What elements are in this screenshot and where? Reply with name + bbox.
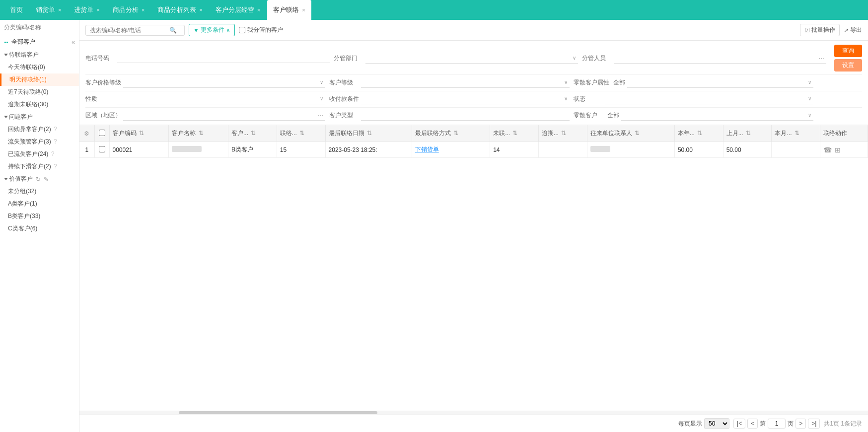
dept-select[interactable]: ∨ [365, 53, 578, 64]
sort-icon: ⇅ [251, 130, 256, 137]
close-icon[interactable]: × [302, 7, 305, 13]
search-input-wrap: 🔍 [85, 25, 185, 36]
batch-operation-button[interactable]: ☑ 批量操作 [800, 24, 840, 36]
sidebar-item-class-b[interactable]: B类客户(33) [0, 210, 79, 222]
customer-type-select[interactable] [361, 110, 569, 121]
th-customer-name[interactable]: 客户名称 ⇅ [169, 125, 228, 142]
nav-product-analysis[interactable]: 商品分析 × [107, 0, 150, 20]
next-page-button[interactable]: > [796, 419, 806, 429]
th-this-month[interactable]: 本月... ⇅ [772, 125, 820, 142]
nav-customer-contact[interactable]: 客户联络 × [267, 0, 311, 20]
th-checkbox [94, 125, 109, 142]
query-button[interactable]: 查询 [834, 45, 862, 57]
nav-home[interactable]: 首页 [4, 0, 29, 20]
th-last-month[interactable]: 上月... ⇅ [723, 125, 772, 142]
sidebar-item-ungrouped[interactable]: 未分组(32) [0, 185, 79, 198]
th-not-contacted[interactable]: 未联... ⇅ [490, 125, 539, 142]
sidebar-search-input[interactable] [4, 24, 78, 31]
page-input[interactable] [768, 419, 786, 429]
value-level-select[interactable]: ∨ [123, 77, 325, 88]
retail-customer-select[interactable]: ∨ [621, 110, 813, 121]
status-select[interactable]: ∨ [605, 93, 813, 104]
nav-purchase-order[interactable]: 进货单 × [68, 0, 105, 20]
sidebar-group-problem[interactable]: 问题客户 [0, 111, 79, 123]
th-action: 联络动作 [820, 125, 868, 142]
th-last-method[interactable]: 最后联络方式 ⇅ [412, 125, 490, 142]
close-icon[interactable]: × [257, 7, 260, 13]
nav-customer-tier[interactable]: 客户分层经营 × [210, 0, 266, 20]
sidebar-item-tomorrow[interactable]: 明天待联络(1) [0, 73, 79, 86]
sidebar-item-class-a[interactable]: A类客户(1) [0, 198, 79, 210]
sort-icon: ⇅ [697, 130, 702, 137]
sidebar-item-today[interactable]: 今天待联络(0) [0, 61, 79, 73]
scrollbar-thumb[interactable] [179, 411, 377, 414]
payment-select[interactable]: ∨ [361, 93, 569, 104]
last-page-button[interactable]: >| [808, 419, 820, 429]
sort-icon: ⇅ [139, 130, 144, 137]
td-last-method: 下销货单 [412, 142, 490, 158]
filter-icon: ▼ [193, 27, 199, 34]
more-filter-button[interactable]: ▼ 更多条件 ∧ [189, 24, 235, 36]
sidebar-item-declining[interactable]: 持续下滑客户(2) ? [0, 160, 79, 173]
prev-page-button[interactable]: < [747, 419, 758, 429]
sort-icon: ⇅ [299, 130, 304, 137]
export-button[interactable]: ↗ 导出 [844, 26, 862, 34]
sidebar-item-class-c[interactable]: C类客户(6) [0, 222, 79, 235]
customer-level-select[interactable]: ∨ [361, 77, 569, 88]
phone-input[interactable] [117, 54, 330, 63]
close-icon[interactable]: × [199, 7, 202, 13]
phone-action-icon[interactable]: ☎ [823, 146, 832, 154]
th-contact-count[interactable]: 联络... ⇅ [277, 125, 325, 142]
region-select[interactable]: ··· [123, 110, 325, 121]
td-checkbox[interactable] [94, 142, 109, 158]
nav-sales-order[interactable]: 销货单 × [30, 0, 67, 20]
sort-icon: ⇅ [512, 130, 517, 137]
search-icon[interactable]: 🔍 [169, 27, 177, 34]
th-this-year[interactable]: 本年... ⇅ [674, 125, 723, 142]
last-method-link[interactable]: 下销货单 [415, 146, 439, 153]
nav-product-analysis-list[interactable]: 商品分析列表 × [151, 0, 208, 20]
sidebar-item-all-customers[interactable]: ▪▪ 全部客户 « [0, 35, 79, 49]
page-size-select[interactable]: 50 100 200 [704, 418, 729, 429]
filter-retail-attr: 零散客户属性 全部 ∨ [574, 77, 813, 88]
sort-icon: ⇅ [199, 130, 204, 137]
sidebar-group-pending[interactable]: 待联络客户 [0, 49, 79, 61]
th-overdue[interactable]: 逾期... ⇅ [538, 125, 587, 142]
sidebar-item-7days[interactable]: 近7天待联络(0) [0, 86, 79, 98]
close-icon[interactable]: × [58, 7, 61, 13]
gender-select[interactable]: ∨ [117, 93, 325, 104]
sidebar-item-overdue[interactable]: 逾期未联络(30) [0, 98, 79, 111]
th-customer-type[interactable]: 客户... ⇅ [228, 125, 277, 142]
th-contact-person[interactable]: 往来单位联系人 ⇅ [587, 125, 674, 142]
my-customers-check[interactable] [239, 27, 245, 33]
sidebar-item-churn-warning[interactable]: 流失预警客户(3) ? [0, 136, 79, 148]
first-page-button[interactable]: |< [733, 419, 745, 429]
filter-customer-type: 客户类型 [329, 110, 569, 121]
gear-icon[interactable]: ⚙ [84, 130, 89, 137]
th-customer-code[interactable]: 客户编码 ⇅ [109, 125, 169, 142]
grid-action-icon[interactable]: ⊞ [835, 146, 841, 154]
sidebar: 🔍 ▪▪ 全部客户 « 待联络客户 今天待联络(0) 明天待联络(1) 近7天待… [0, 20, 79, 432]
edit-icon[interactable]: ✎ [44, 176, 49, 183]
sidebar-item-repurchase-abnormal[interactable]: 回购异常客户(2) ? [0, 123, 79, 136]
collapse-icon[interactable]: « [72, 39, 75, 46]
close-icon[interactable]: × [142, 7, 145, 13]
filter-person: 分管人员 ··· [582, 53, 826, 64]
filter-payment: 收付款条件 ∨ [329, 93, 569, 104]
sidebar-item-churned[interactable]: 已流失客户(24) ? [0, 148, 79, 160]
sort-icon: ⇅ [367, 130, 372, 137]
person-select[interactable]: ··· [614, 53, 826, 64]
sidebar-group-value[interactable]: 价值客户 ↻ ✎ [0, 173, 79, 185]
my-customers-checkbox[interactable]: 我分管的客户 [239, 26, 283, 34]
chevron-down-icon: ∨ [808, 96, 811, 101]
search-input[interactable] [90, 27, 169, 34]
row-checkbox[interactable] [99, 146, 105, 152]
more-icon: ··· [318, 111, 324, 119]
horizontal-scrollbar[interactable] [79, 411, 868, 415]
settings-button[interactable]: 设置 [834, 59, 862, 72]
retail-attr-select[interactable]: ∨ [627, 77, 813, 88]
th-last-date[interactable]: 最后联络日期 ⇅ [325, 125, 412, 142]
refresh-icon[interactable]: ↻ [36, 176, 41, 183]
select-all-checkbox[interactable] [99, 130, 105, 136]
close-icon[interactable]: × [96, 7, 99, 13]
